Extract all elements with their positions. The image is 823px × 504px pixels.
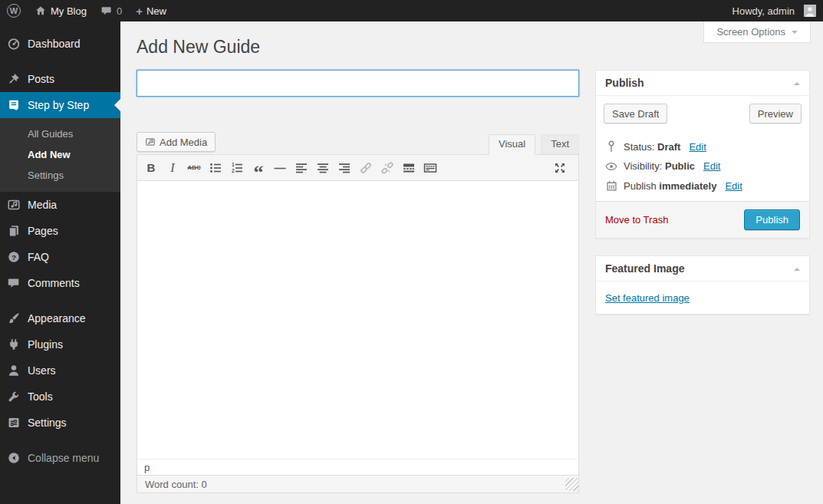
strikethrough-icon[interactable]: ABC — [183, 158, 205, 178]
wrench-icon — [6, 389, 21, 404]
sidebar-label-dashboard: Dashboard — [28, 38, 81, 50]
visibility-text: Visibility: Public — [624, 160, 695, 172]
sidebar-item-appearance[interactable]: Appearance — [0, 305, 120, 331]
save-draft-button[interactable]: Save Draft — [604, 104, 667, 124]
submenu-item-all-guides[interactable]: All Guides — [0, 124, 120, 144]
edit-visibility-link[interactable]: Edit — [703, 160, 720, 172]
blockquote-icon[interactable]: “ — [248, 158, 269, 178]
media-buttons-row: Add Media Visual Text — [137, 130, 579, 154]
align-center-icon[interactable] — [312, 158, 334, 178]
plus-icon: + — [136, 5, 143, 17]
editor-resize-handle[interactable] — [565, 478, 578, 491]
submenu-item-add-new[interactable]: Add New — [0, 144, 120, 165]
collapse-menu-label: Collapse menu — [28, 452, 99, 464]
publish-box-header[interactable]: Publish — [596, 71, 809, 96]
new-label: New — [146, 5, 166, 17]
sidebar-item-comments[interactable]: Comments — [0, 270, 120, 296]
toggle-up-icon[interactable] — [794, 265, 800, 271]
bullet-list-icon[interactable] — [205, 158, 226, 178]
svg-text:1: 1 — [232, 161, 235, 166]
sidebar-item-settings[interactable]: Settings — [0, 410, 120, 436]
step-by-step-submenu: All Guides Add New Settings — [0, 118, 120, 192]
editor-path-element[interactable]: p — [144, 462, 150, 473]
plug-icon — [6, 337, 21, 352]
sidebar-item-plugins[interactable]: Plugins — [0, 331, 120, 357]
pages-icon — [6, 223, 21, 239]
sidebar-item-pages[interactable]: Pages — [0, 218, 120, 244]
sidebar-column: Publish Save Draft Preview Status: Draft — [595, 70, 810, 493]
sidebar-label-settings: Settings — [28, 417, 67, 429]
sidebar-label-appearance: Appearance — [28, 312, 86, 324]
publish-button[interactable]: Publish — [744, 209, 800, 230]
eye-icon — [605, 162, 617, 171]
featured-image-header[interactable]: Featured Image — [596, 256, 809, 282]
edit-schedule-link[interactable]: Edit — [725, 180, 742, 192]
collapse-menu-button[interactable]: Collapse menu — [0, 445, 120, 471]
publish-box: Publish Save Draft Preview Status: Draft — [595, 70, 810, 239]
numbered-list-icon[interactable]: 12 — [226, 158, 248, 178]
screen-options-button[interactable]: Screen Options — [703, 21, 811, 43]
sidebar-separator — [0, 436, 120, 445]
user-icon — [6, 363, 21, 378]
media-icon — [6, 197, 21, 212]
chevron-down-icon — [792, 31, 798, 37]
sidebar-item-faq[interactable]: ? FAQ — [0, 244, 120, 270]
editor-canvas[interactable] — [137, 181, 578, 459]
sidebar-separator — [0, 296, 120, 305]
new-content-menu[interactable]: + New — [129, 0, 173, 21]
screen-options-label: Screen Options — [716, 26, 785, 38]
editor-toolbar: B I ABC 12 “ — — [137, 155, 578, 181]
align-right-icon[interactable] — [334, 158, 355, 178]
step-by-step-icon — [6, 97, 21, 113]
more-tag-icon[interactable] — [398, 158, 420, 178]
post-title-input[interactable] — [137, 70, 579, 97]
toolbar-toggle-icon[interactable] — [420, 158, 441, 178]
featured-image-body: Set featured image — [596, 282, 809, 314]
horizontal-rule-icon[interactable]: — — [269, 158, 291, 178]
sliders-icon — [6, 415, 21, 430]
link-icon[interactable] — [355, 158, 377, 178]
status-text: Status: Draft — [624, 141, 680, 153]
collapse-arrow-icon — [6, 450, 21, 466]
sidebar-item-tools[interactable]: Tools — [0, 384, 120, 410]
wysiwyg-editor: B I ABC 12 “ — — [137, 154, 579, 493]
account-menu[interactable]: Howdy, admin — [726, 0, 823, 21]
site-name-label: My Blog — [51, 5, 87, 17]
status-pin-icon — [605, 140, 617, 153]
admin-bar: W My Blog 0 + New Howdy, admin — [0, 0, 823, 21]
align-left-icon[interactable] — [291, 158, 312, 178]
sidebar-item-posts[interactable]: Posts — [0, 66, 120, 92]
preview-button[interactable]: Preview — [749, 104, 802, 124]
unlink-icon[interactable] — [377, 158, 398, 178]
edit-status-link[interactable]: Edit — [689, 141, 706, 153]
set-featured-image-link[interactable]: Set featured image — [605, 292, 690, 304]
submenu-item-settings[interactable]: Settings — [0, 165, 120, 186]
sidebar-item-step-by-step[interactable]: Step by Step — [0, 92, 120, 118]
comment-count: 0 — [117, 5, 122, 17]
sidebar-item-dashboard[interactable]: Dashboard — [0, 31, 120, 57]
pushpin-icon — [6, 71, 21, 87]
wordpress-logo-menu[interactable]: W — [0, 0, 28, 21]
visibility-label: Visibility: — [624, 160, 662, 172]
add-media-button[interactable]: Add Media — [137, 132, 216, 152]
sidebar-label-step-by-step: Step by Step — [28, 99, 89, 111]
tab-visual[interactable]: Visual — [489, 134, 535, 155]
move-to-trash-link[interactable]: Move to Trash — [605, 214, 668, 226]
sidebar-item-users[interactable]: Users — [0, 357, 120, 384]
site-name-menu[interactable]: My Blog — [28, 0, 94, 21]
sidebar-label-tools: Tools — [28, 390, 53, 403]
howdy-label: Howdy, admin — [732, 5, 795, 17]
sidebar-item-media[interactable]: Media — [0, 192, 120, 218]
admin-bar-left: W My Blog 0 + New — [0, 0, 173, 21]
fullscreen-icon[interactable] — [549, 158, 571, 178]
major-publishing-actions: Move to Trash Publish — [596, 201, 809, 238]
italic-icon[interactable]: I — [162, 158, 183, 178]
svg-text:?: ? — [12, 253, 16, 262]
editor-path-bar: p — [137, 459, 578, 475]
toggle-up-icon[interactable] — [794, 79, 800, 85]
home-icon — [35, 5, 47, 17]
bold-icon[interactable]: B — [140, 158, 162, 178]
tab-text[interactable]: Text — [541, 134, 579, 154]
comments-menu[interactable]: 0 — [94, 0, 129, 21]
sidebar-label-users: Users — [28, 364, 56, 377]
